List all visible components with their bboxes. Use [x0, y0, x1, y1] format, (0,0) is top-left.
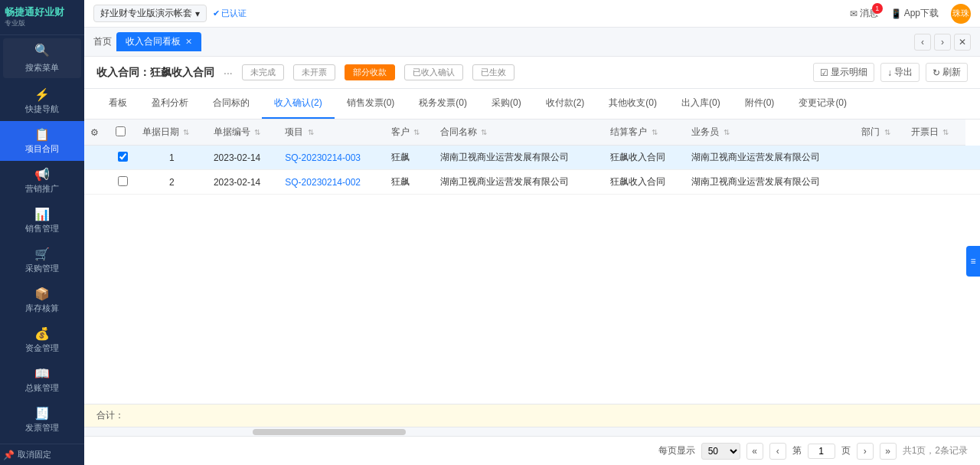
user-avatar[interactable]: 珠珠 — [951, 4, 971, 24]
table-footer: 合计： — [84, 404, 980, 427]
nav-prev-btn[interactable]: ‹ — [914, 34, 931, 51]
doc-no-link[interactable]: SQ-20230214-003 — [285, 152, 361, 163]
select-all-checkbox[interactable] — [116, 126, 126, 136]
avatar-text: 珠珠 — [952, 8, 969, 19]
tab-sales-invoice[interactable]: 销售发票(0) — [335, 89, 407, 119]
per-page-label: 每页显示 — [658, 444, 695, 457]
panel-toggle-icon: ≡ — [970, 256, 975, 267]
sort-salesperson-icon[interactable]: ⇅ — [724, 128, 730, 136]
sidebar-item-general[interactable]: 📖 总账管理 — [0, 360, 84, 400]
checkbox-icon: ☑ — [820, 67, 828, 78]
sort-invoice-icon[interactable]: ⇅ — [942, 128, 949, 136]
funds-icon: 💰 — [34, 326, 50, 341]
row-dept — [905, 170, 965, 195]
sidebar-item-project[interactable]: 📋 项目合同 — [0, 121, 84, 161]
sort-date-icon[interactable]: ⇅ — [183, 128, 189, 136]
prev-page-btn[interactable]: ‹ — [769, 443, 786, 460]
row-customer: 湖南卫视商业运营发展有限公司 — [434, 146, 604, 170]
download-icon: 📱 — [890, 8, 902, 19]
row-gear — [84, 146, 109, 170]
tab-payment[interactable]: 收付款(2) — [534, 89, 597, 119]
sort-settlement-icon[interactable]: ⇅ — [652, 128, 658, 136]
refresh-button[interactable]: ↻ 刷新 — [926, 63, 968, 82]
page-size-select[interactable]: 50 20 100 — [701, 443, 740, 460]
page-info: 共1页，2条记录 — [903, 444, 968, 457]
tab-close-icon[interactable]: ✕ — [185, 37, 192, 47]
tab-profit[interactable]: 盈利分析 — [139, 89, 201, 119]
export-button[interactable]: ↓ 导出 — [880, 63, 920, 82]
sort-dept-icon[interactable]: ⇅ — [884, 128, 890, 136]
message-button[interactable]: ✉ 消息 1 — [850, 7, 878, 20]
status-confirmed[interactable]: 已收入确认 — [404, 64, 463, 80]
sort-contract-icon[interactable]: ⇅ — [481, 128, 487, 136]
tab-changes[interactable]: 变更记录(0) — [786, 89, 859, 119]
gear-icon[interactable]: ⚙ — [90, 127, 99, 138]
tab-warehouse[interactable]: 出入库(0) — [669, 89, 733, 119]
show-detail-button[interactable]: ☑ 显示明细 — [813, 63, 874, 82]
pin-icon: 📌 — [3, 450, 15, 460]
tab-home[interactable]: 首页 — [93, 35, 112, 48]
app-sub: 专业版 — [5, 18, 64, 28]
sidebar-item-funds[interactable]: 💰 资金管理 — [0, 320, 84, 360]
th-customer: 客户 ⇅ — [385, 120, 434, 146]
sidebar-item-label: 项目合同 — [25, 143, 59, 155]
tab-contract-board[interactable]: 收入合同看板 ✕ — [116, 32, 201, 51]
sort-customer-icon[interactable]: ⇅ — [413, 128, 420, 136]
doc-no-link[interactable]: SQ-20230214-002 — [285, 177, 361, 188]
company-selector[interactable]: 好业财专业版演示帐套 ▾ — [93, 5, 207, 22]
table-row[interactable]: 2 2023-02-14 SQ-20230214-002 狂飙 湖南卫视商业运营… — [84, 170, 980, 195]
lightning-icon: ⚡ — [34, 87, 50, 102]
last-page-btn[interactable]: » — [880, 443, 897, 460]
sort-project-icon[interactable]: ⇅ — [308, 128, 314, 136]
first-page-btn[interactable]: « — [746, 443, 763, 460]
tab-purchase[interactable]: 采购(0) — [479, 89, 534, 119]
scrollbar-area[interactable] — [84, 427, 980, 436]
app-download-label: App下载 — [904, 7, 939, 20]
inner-tabs: 看板 盈利分析 合同标的 收入确认(2) 销售发票(0) 税务发票(0) 采购(… — [84, 89, 980, 120]
sidebar-footer-label: 取消固定 — [18, 449, 51, 460]
topbar-actions: ✉ 消息 1 📱 App下载 珠珠 — [850, 4, 971, 24]
tab-other[interactable]: 其他收支(0) — [596, 89, 669, 119]
sidebar-item-label: 快捷导航 — [25, 103, 59, 115]
tab-contract-items[interactable]: 合同标的 — [201, 89, 262, 119]
row-checkbox[interactable] — [118, 152, 128, 162]
contract-title: 收入合同：狂飙收入合同 — [96, 66, 214, 80]
project-icon: 📋 — [34, 127, 50, 142]
sidebar-item-invoice[interactable]: 🧾 发票管理 — [0, 400, 84, 440]
tab-attachment[interactable]: 附件(0) — [733, 89, 787, 119]
nav-next-btn[interactable]: › — [934, 34, 951, 51]
row-dept — [905, 146, 965, 170]
sidebar-item-quick[interactable]: ⚡ 快捷导航 — [0, 81, 84, 121]
page-input[interactable] — [808, 444, 835, 459]
status-effective[interactable]: 已生效 — [472, 64, 514, 80]
row-invoice-date — [965, 146, 980, 170]
app-download-button[interactable]: 📱 App下载 — [890, 7, 939, 20]
right-panel-toggle[interactable]: ≡ — [966, 246, 980, 277]
more-button[interactable]: ··· — [224, 67, 233, 79]
tab-tax-invoice[interactable]: 税务发票(0) — [407, 89, 479, 119]
sidebar-nav: 🔍 搜索菜单 ⚡ 快捷导航 📋 项目合同 📢 营销推广 📊 销售管理 🛒 采购管… — [0, 35, 84, 444]
status-partial[interactable]: 部分收款 — [345, 64, 395, 80]
sort-docno-icon[interactable]: ⇅ — [254, 128, 260, 136]
sidebar-item-purchase[interactable]: 🛒 采购管理 — [0, 241, 84, 280]
sidebar-item-marketing[interactable]: 📢 营销推广 — [0, 161, 84, 201]
chevron-down-icon: ▾ — [195, 8, 200, 19]
tab-kanban[interactable]: 看板 — [96, 89, 139, 119]
status-uninvoiced[interactable]: 未开票 — [293, 64, 335, 80]
scrollbar-thumb[interactable] — [253, 429, 406, 435]
tab-revenue-confirm[interactable]: 收入确认(2) — [262, 89, 335, 119]
sidebar-item-label: 营销推广 — [25, 183, 59, 195]
row-checkbox[interactable] — [118, 176, 128, 186]
sidebar-item-label: 搜索菜单 — [25, 62, 59, 74]
nav-close-btn[interactable]: ✕ — [954, 34, 971, 51]
th-date: 单据日期 ⇅ — [136, 120, 207, 146]
status-incomplete[interactable]: 未完成 — [242, 64, 284, 80]
row-gear — [84, 170, 109, 195]
next-page-btn[interactable]: › — [857, 443, 874, 460]
table-row[interactable]: 1 2023-02-14 SQ-20230214-003 狂飙 湖南卫视商业运营… — [84, 146, 980, 170]
sidebar-footer[interactable]: 📌 取消固定 — [0, 444, 84, 465]
sidebar-item-search[interactable]: 🔍 搜索菜单 — [3, 38, 81, 78]
sidebar-item-sales[interactable]: 📊 销售管理 — [0, 201, 84, 241]
sidebar-item-inventory[interactable]: 📦 库存核算 — [0, 280, 84, 320]
row-salesperson — [855, 146, 904, 170]
